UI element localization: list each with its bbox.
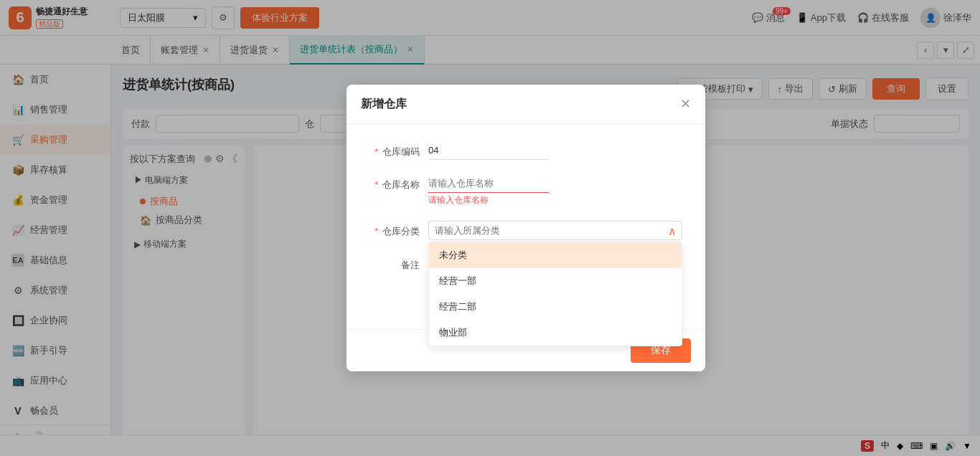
dialog-header: 新增仓库 ✕ [347, 85, 705, 124]
dropdown-item-ops2[interactable]: 经营二部 [429, 294, 682, 320]
name-label: * 仓库名称 [369, 174, 420, 191]
category-input[interactable] [428, 221, 682, 240]
dialog-body: * 仓库编码 * 仓库名称 请输入仓库名称 * 仓库分类 [347, 124, 705, 329]
dialog-close-btn[interactable]: ✕ [680, 96, 691, 112]
dropdown-item-unclassified[interactable]: 未分类 [429, 242, 682, 268]
remark-label: 备注 [369, 255, 420, 272]
chevron-up-icon[interactable]: ∧ [668, 224, 677, 237]
category-select-wrapper: ∧ 未分类 经营一部 经营二部 物业部 [428, 221, 682, 240]
dropdown-item-ops1[interactable]: 经营一部 [429, 268, 682, 294]
name-input[interactable] [428, 174, 549, 193]
code-input[interactable] [428, 141, 549, 160]
category-dropdown: 未分类 经营一部 经营二部 物业部 [428, 242, 682, 346]
form-row-name: * 仓库名称 请输入仓库名称 [369, 174, 682, 206]
add-warehouse-dialog: 新增仓库 ✕ * 仓库编码 * 仓库名称 请输入仓库名称 [347, 85, 705, 371]
form-row-code: * 仓库编码 [369, 141, 682, 160]
category-label: * 仓库分类 [369, 221, 420, 238]
form-row-category: * 仓库分类 ∧ 未分类 经营一部 经营二部 物业部 [369, 221, 682, 240]
dropdown-item-property[interactable]: 物业部 [429, 320, 682, 346]
code-label: * 仓库编码 [369, 141, 420, 158]
dialog-title: 新增仓库 [361, 97, 407, 112]
name-error-msg: 请输入仓库名称 [428, 194, 682, 206]
